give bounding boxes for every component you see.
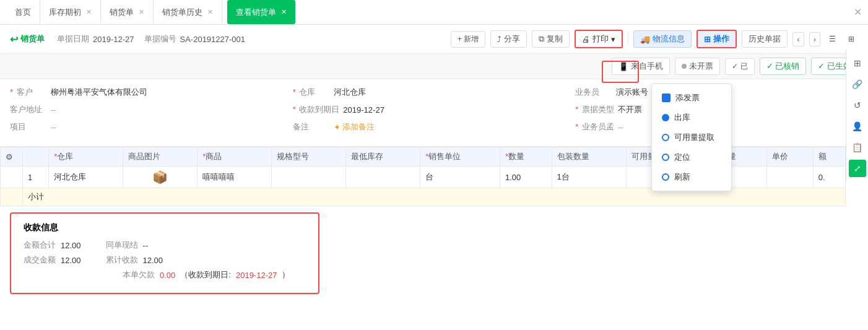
subtotal-settings xyxy=(1,188,23,206)
note-field: 备注 ✦ 添加备注 xyxy=(293,121,576,132)
print-icon: 🖨 xyxy=(582,35,590,44)
product-image: 📦 xyxy=(152,170,168,184)
view-toggle-grid[interactable]: ⊞ xyxy=(844,33,858,45)
copy-icon: ⧉ xyxy=(539,34,544,44)
customer-field: * 客户 柳州粤港平安气体有限公司 xyxy=(10,87,293,98)
summary-row-3: 本单欠款 0.00 （收款到期日: 2019-12-27 ） xyxy=(24,269,306,280)
tab-close-sales[interactable]: ✕ xyxy=(139,8,144,16)
row-warehouse: 河北仓库 xyxy=(49,167,123,188)
tab-view-sales[interactable]: 查看销货单 ✕ xyxy=(227,0,295,24)
tab-sales[interactable]: 销货单 ✕ xyxy=(101,0,154,24)
total-amount-field: 金额合计 12.00 xyxy=(24,240,81,251)
operations-icon: ⊞ xyxy=(704,35,711,44)
col-product-header: *商品 xyxy=(197,147,272,167)
plus-icon: ✦ xyxy=(334,123,341,132)
not-open-dot xyxy=(682,64,687,69)
not-open-button[interactable]: 未开票 xyxy=(675,58,720,75)
tab-close-view-sales[interactable]: ✕ xyxy=(281,8,287,16)
col-unit-price-header: 单价 xyxy=(766,147,813,167)
next-page-button[interactable]: › xyxy=(809,32,820,46)
copy-button[interactable]: ⧉ 复制 xyxy=(532,30,570,48)
doc-type: ↩ 销货单 xyxy=(10,33,45,45)
tab-bar: 首页 库存期初 ✕ 销货单 ✕ 销货单历史 ✕ 查看销货单 ✕ ✕ xyxy=(0,0,868,25)
sidebar-icon-4[interactable]: 👤 xyxy=(849,118,866,135)
tab-close-inventory[interactable]: ✕ xyxy=(86,8,92,16)
locate-icon xyxy=(662,154,669,161)
sidebar-icon-2[interactable]: 🔗 xyxy=(849,76,866,93)
tab-close-all[interactable]: ✕ xyxy=(854,6,862,18)
tab-close-sales-history[interactable]: ✕ xyxy=(207,8,213,16)
print-button[interactable]: 🖨 打印 ▾ xyxy=(575,30,623,48)
tab-sales-history[interactable]: 销货单历史 ✕ xyxy=(154,0,222,24)
col-amount-header: 额 xyxy=(813,147,845,167)
summary-row-2: 成交金额 12.00 累计收款 12.00 xyxy=(24,254,306,266)
dropdown-add-invoice[interactable]: 添发票 xyxy=(652,88,731,108)
sidebar-icon-1[interactable]: ⊞ xyxy=(849,54,866,72)
history-button[interactable]: 历史单据 xyxy=(742,30,788,48)
share-button[interactable]: ⤴ 分享 xyxy=(490,30,527,48)
right-sidebar: ⊞ 🔗 ↺ 👤 📋 ⤢ xyxy=(846,50,868,182)
doc-number-field: 单据编号 SA-20191227-001 xyxy=(144,33,246,45)
dropdown-outbound[interactable]: 出库 xyxy=(652,108,731,128)
phone-icon: 📱 xyxy=(618,62,628,71)
new-button[interactable]: + 新增 xyxy=(451,31,485,48)
dropdown-available-qty[interactable]: 可用量提取 xyxy=(652,128,731,147)
add-note-button[interactable]: ✦ 添加备注 xyxy=(334,121,375,132)
row-image: 📦 xyxy=(123,167,197,188)
doc-type-icon: ↩ xyxy=(10,33,18,45)
dropdown-refresh[interactable]: 刷新 xyxy=(652,167,731,187)
col-spec-header: 规格型号 xyxy=(272,147,346,167)
col-warehouse-header: *仓库 xyxy=(49,147,123,167)
from-phone-button[interactable]: 📱 来自手机 xyxy=(612,58,670,75)
same-order-field: 同单现结 -- xyxy=(106,240,149,251)
col-pack-header: 包装数量 xyxy=(552,147,626,167)
sidebar-icon-expand[interactable]: ⤢ xyxy=(849,160,866,177)
row-spec xyxy=(272,167,346,188)
available-icon xyxy=(662,134,669,141)
current-field: 本单欠款 0.00 （收款到期日: 2019-12-27 ） xyxy=(123,269,290,280)
row-pack-qty: 1台 xyxy=(552,167,626,188)
done-cancel-button[interactable]: ✓ 已核销 xyxy=(760,58,807,75)
summary-row-1: 金额合计 12.00 同单现结 -- xyxy=(24,240,306,251)
add-invoice-icon xyxy=(662,93,671,102)
outbound-icon xyxy=(662,114,669,121)
tab-inventory[interactable]: 库存期初 ✕ xyxy=(40,0,101,24)
logistics-icon: 🚚 xyxy=(640,35,650,44)
address-field: 客户地址 -- xyxy=(10,104,293,115)
prev-page-button[interactable]: ‹ xyxy=(792,32,804,46)
doc-date-field: 单据日期 2019-12-27 xyxy=(57,33,134,45)
project-field: 项目 -- xyxy=(10,121,293,132)
col-quantity-header: *数量 xyxy=(500,147,552,167)
row-unit-price xyxy=(766,167,813,188)
view-toggle-list[interactable]: ☰ xyxy=(825,33,840,45)
table-container: ⚙ *仓库 商品图片 *商品 规格型号 最低库存 *销售单位 *数量 包装数量 … xyxy=(0,146,868,206)
col-image-header: 商品图片 xyxy=(123,147,197,167)
warehouse-field: * 仓库 河北仓库 xyxy=(293,87,576,98)
row-amount: 0. xyxy=(813,167,845,188)
dropdown-locate[interactable]: 定位 xyxy=(652,147,731,167)
row-unit: 台 xyxy=(420,167,500,188)
sidebar-icon-3[interactable]: ↺ xyxy=(849,97,866,114)
col-num-header xyxy=(23,147,49,167)
row-settings xyxy=(1,167,23,188)
transaction-field: 成交金额 12.00 xyxy=(24,254,81,266)
col-min-stock-header: 最低库存 xyxy=(346,147,420,167)
toolbar: + 新增 ⤴ 分享 ⧉ 复制 🖨 打印 ▾ 🚚 物流信息 ⊞ 操作 xyxy=(451,30,858,48)
sidebar-icon-5[interactable]: 📋 xyxy=(849,139,866,156)
doc-header: ↩ 销货单 单据日期 2019-12-27 单据编号 SA-20191227-0… xyxy=(0,25,868,54)
summary-box: 收款信息 金额合计 12.00 同单现结 -- 成交金额 12.00 累计收款 xyxy=(10,212,319,294)
tab-home[interactable]: 首页 xyxy=(6,0,40,24)
summary-title: 收款信息 xyxy=(24,222,306,233)
summary-area: 收款信息 金额合计 12.00 同单现结 -- 成交金额 12.00 累计收款 xyxy=(0,206,868,300)
refresh-icon xyxy=(662,173,669,181)
operations-button[interactable]: ⊞ 操作 xyxy=(697,30,737,48)
logistics-button[interactable]: 🚚 物流信息 xyxy=(633,30,692,48)
confirm-check[interactable]: ✓ 已 xyxy=(725,58,754,75)
doc-meta: 单据日期 2019-12-27 单据编号 SA-20191227-001 xyxy=(57,33,451,45)
col-settings-header: ⚙ xyxy=(1,147,23,167)
cumulative-field: 累计收款 12.00 xyxy=(106,254,163,266)
settings-icon[interactable]: ⚙ xyxy=(6,152,13,162)
row-min-stock xyxy=(346,167,420,188)
payment-date-field: * 收款到期日 2019-12-27 xyxy=(293,104,576,115)
operations-dropdown: 添发票 出库 可用量提取 定位 刷新 xyxy=(651,84,732,191)
